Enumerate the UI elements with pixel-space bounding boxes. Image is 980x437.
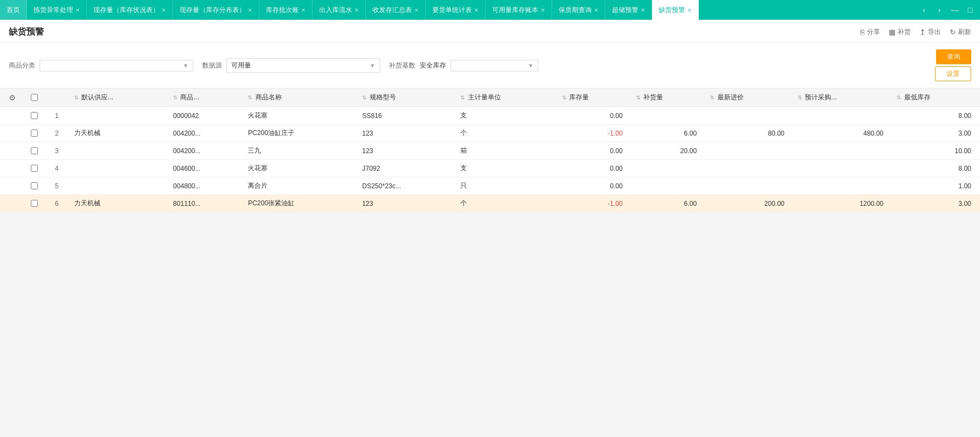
replenish-base-value: 安全库存 bbox=[420, 61, 446, 70]
export-label: 导出 bbox=[928, 27, 941, 37]
nav-tab-8-close[interactable]: ✕ bbox=[541, 7, 545, 13]
nav-tab-10[interactable]: 超储预警 ✕ bbox=[605, 0, 652, 20]
row-goods-name-0: 火花塞 bbox=[243, 107, 358, 125]
row-replenish-2: 20.00 bbox=[632, 142, 706, 160]
filter-right-actions: 查询 设置 bbox=[935, 49, 971, 81]
datasource-chevron-icon: ▼ bbox=[370, 63, 375, 69]
refresh-button[interactable]: ↻ 刷新 bbox=[950, 27, 971, 37]
nav-tab-5-close[interactable]: ✕ bbox=[354, 7, 359, 13]
th-index bbox=[44, 88, 70, 107]
nav-controls: ‹ › — □ bbox=[916, 0, 980, 20]
th-estimated-purchase[interactable]: ⇅ 预计采购... bbox=[793, 88, 892, 107]
gear-settings-icon[interactable]: ⚙ bbox=[4, 93, 20, 102]
replenish-base-select[interactable]: ▼ bbox=[450, 60, 538, 71]
th-goods-name-label: 商品名称 bbox=[255, 93, 282, 101]
share-button[interactable]: ⎘ 分享 bbox=[860, 27, 880, 37]
row-check-cell bbox=[24, 107, 44, 125]
header-actions: ⎘ 分享 ▦ 补货 ↥ 导出 ↻ 刷新 bbox=[860, 27, 971, 37]
nav-tab-3-close[interactable]: ✕ bbox=[248, 7, 252, 13]
nav-tab-9-close[interactable]: ✕ bbox=[594, 7, 598, 13]
row-checkbox-0[interactable] bbox=[31, 112, 38, 119]
datasource-select[interactable]: 可用量 ▼ bbox=[226, 58, 380, 73]
row-stock-4: 0.00 bbox=[558, 177, 632, 195]
data-table: ⚙ ⇅ 默认供应... ⇅ 商品... bbox=[0, 88, 980, 212]
nav-tab-10-close[interactable]: ✕ bbox=[641, 7, 645, 13]
row-gear-cell bbox=[0, 142, 24, 160]
row-checkbox-1[interactable] bbox=[31, 130, 38, 137]
th-supplier[interactable]: ⇅ 默认供应... bbox=[70, 88, 169, 107]
nav-tab-2-close[interactable]: ✕ bbox=[162, 7, 166, 13]
settings-button[interactable]: 设置 bbox=[935, 66, 971, 81]
row-checkbox-5[interactable] bbox=[31, 200, 38, 207]
replenish-base-value-container: 安全库存 bbox=[420, 61, 446, 70]
nav-tab-5[interactable]: 出入库流水 ✕ bbox=[313, 0, 366, 20]
sort-icon-goods-code: ⇅ bbox=[173, 94, 177, 100]
th-goods-name[interactable]: ⇅ 商品名称 bbox=[243, 88, 358, 107]
nav-maximize-button[interactable]: □ bbox=[962, 0, 978, 20]
row-gear-cell bbox=[0, 107, 24, 125]
export-icon: ↥ bbox=[920, 28, 926, 36]
nav-tab-1-label: 拣货异常处理 bbox=[34, 5, 73, 15]
row-latest-price-1: 80.00 bbox=[705, 125, 793, 142]
nav-tab-4[interactable]: 库存批次账 ✕ bbox=[259, 0, 313, 20]
nav-tab-5-label: 出入库流水 bbox=[319, 5, 352, 15]
row-supplier-4 bbox=[70, 177, 169, 195]
row-est-purchase-3 bbox=[793, 160, 892, 177]
nav-prev-button[interactable]: ‹ bbox=[916, 0, 932, 20]
nav-tab-7-close[interactable]: ✕ bbox=[474, 7, 478, 13]
row-check-cell bbox=[24, 177, 44, 195]
nav-tab-11[interactable]: 缺货预警 ✕ bbox=[652, 0, 699, 20]
header-checkbox[interactable] bbox=[31, 94, 38, 101]
row-unit-4: 只 bbox=[456, 177, 557, 195]
th-min-stock[interactable]: ⇅ 最低库存 bbox=[892, 88, 980, 107]
replenish-base-filter-group: 补货基数 安全库存 ▼ bbox=[389, 60, 538, 71]
row-stock-2: 0.00 bbox=[558, 142, 632, 160]
row-min-stock-0: 8.00 bbox=[892, 107, 980, 125]
row-latest-price-2 bbox=[705, 142, 793, 160]
nav-tab-3[interactable]: 现存量（库存分布表） ✕ bbox=[173, 0, 259, 20]
row-checkbox-2[interactable] bbox=[31, 147, 38, 154]
category-select[interactable]: ▼ bbox=[40, 60, 193, 71]
nav-tab-6[interactable]: 收发存汇总表 ✕ bbox=[366, 0, 426, 20]
row-checkbox-3[interactable] bbox=[31, 165, 38, 172]
query-button[interactable]: 查询 bbox=[936, 49, 971, 64]
th-replenish[interactable]: ⇅ 补货量 bbox=[632, 88, 706, 107]
sort-icon-min-stock: ⇅ bbox=[897, 94, 901, 100]
nav-tab-2[interactable]: 现存量（库存状况表） ✕ bbox=[87, 0, 173, 20]
row-goods-name-3: 火花塞 bbox=[243, 160, 358, 177]
top-nav: 首页 拣货异常处理 ✕ 现存量（库存状况表） ✕ 现存量（库存分布表） ✕ 库存… bbox=[0, 0, 980, 20]
nav-tab-home[interactable]: 首页 bbox=[0, 0, 27, 20]
replenish-label: 补货 bbox=[898, 27, 911, 37]
nav-next-button[interactable]: › bbox=[932, 0, 947, 20]
th-spec[interactable]: ⇅ 规格型号 bbox=[358, 88, 456, 107]
replenish-button[interactable]: ▦ 补货 bbox=[889, 27, 911, 37]
row-unit-2: 箱 bbox=[456, 142, 557, 160]
row-min-stock-1: 3.00 bbox=[892, 125, 980, 142]
nav-tab-1[interactable]: 拣货异常处理 ✕ bbox=[27, 0, 87, 20]
table-row: 2 力天机械 004200... PC200油缸庄子 123 个 -1.00 6… bbox=[0, 125, 980, 142]
th-goods-code[interactable]: ⇅ 商品... bbox=[169, 88, 243, 107]
export-button[interactable]: ↥ 导出 bbox=[920, 27, 941, 37]
th-est-purchase-label: 预计采购... bbox=[805, 93, 837, 101]
nav-tab-1-close[interactable]: ✕ bbox=[75, 7, 80, 13]
nav-tab-4-close[interactable]: ✕ bbox=[301, 7, 305, 13]
nav-tab-6-close[interactable]: ✕ bbox=[414, 7, 419, 13]
th-min-stock-label: 最低库存 bbox=[904, 93, 931, 101]
th-latest-price[interactable]: ⇅ 最新进价 bbox=[705, 88, 793, 107]
row-spec-1: 123 bbox=[358, 125, 456, 142]
nav-tab-7[interactable]: 要货单统计表 ✕ bbox=[426, 0, 486, 20]
nav-tab-9[interactable]: 保质期查询 ✕ bbox=[552, 0, 605, 20]
category-label: 商品分类 bbox=[9, 61, 35, 70]
th-unit[interactable]: ⇅ 主计量单位 bbox=[456, 88, 557, 107]
th-gear: ⚙ bbox=[0, 88, 24, 107]
table-row: 5 004800... 离合片 DS250*23c... 只 0.00 1.00 bbox=[0, 177, 980, 195]
sort-icon-stock: ⇅ bbox=[562, 94, 566, 100]
nav-tab-8[interactable]: 可用量库存账本 ✕ bbox=[486, 0, 552, 20]
th-stock[interactable]: ⇅ 库存量 bbox=[558, 88, 632, 107]
row-goods-name-2: 三九 bbox=[243, 142, 358, 160]
nav-tab-11-close[interactable]: ✕ bbox=[687, 7, 692, 13]
nav-minimize-button[interactable]: — bbox=[947, 0, 962, 20]
table-row: 6 力天机械 801110... PC200张紧油缸 123 个 -1.00 6… bbox=[0, 195, 980, 212]
row-latest-price-4 bbox=[705, 177, 793, 195]
row-checkbox-4[interactable] bbox=[31, 182, 38, 189]
